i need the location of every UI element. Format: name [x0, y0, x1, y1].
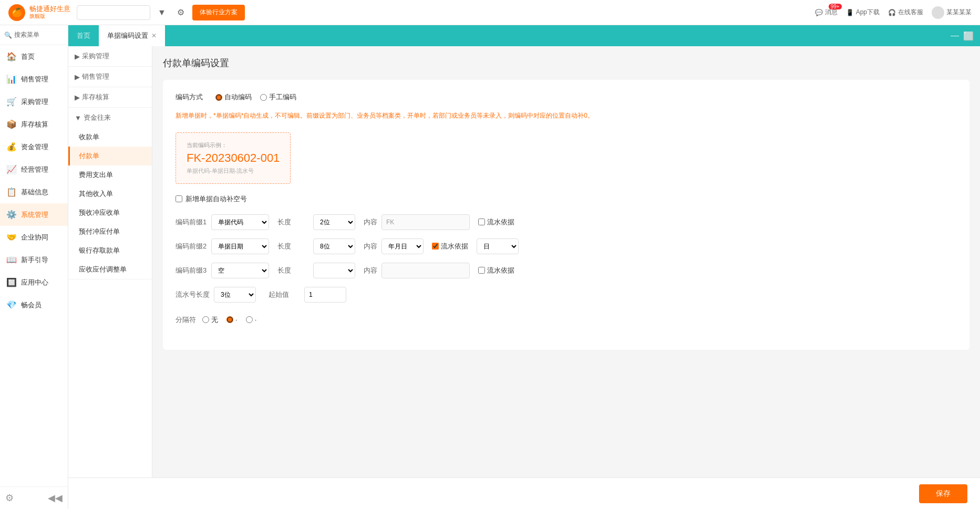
save-button[interactable]: 保存 [919, 484, 967, 503]
logo-area: 🍊 畅捷通好生意 旗舰版 [8, 4, 70, 21]
sidebar-search[interactable]: 🔍 搜索菜单 [0, 25, 68, 45]
logo-text: 畅捷通好生意 [29, 5, 70, 13]
logo-sub: 旗舰版 [29, 13, 70, 20]
content-area: 首页 单据编码设置 ✕ — ⬜ ▶ 采购管理 [68, 25, 980, 509]
sub-menu-purchase-header[interactable]: ▶ 采购管理 [68, 46, 152, 66]
sub-menu-item-prepay-pay[interactable]: 预付冲应付单 [68, 222, 152, 241]
auto-fill-checkbox-row[interactable]: 新增单据自动补空号 [176, 194, 957, 204]
sub-menu-sales-label: 销售管理 [82, 72, 109, 81]
tab-encoding-label: 单据编码设置 [107, 31, 148, 40]
search-icon: 🔍 [4, 32, 12, 39]
sidebar-item-basic[interactable]: 📋 基础信息 [0, 181, 68, 203]
main-layout: 🔍 搜索菜单 🏠 首页 📊 销售管理 🛒 采购管理 📦 库存核算 💰 [0, 25, 980, 509]
app-download-btn[interactable]: 📱 App下载 [846, 8, 880, 17]
sub-menu-item-other-income[interactable]: 其他收入单 [68, 184, 152, 203]
content1-input [381, 214, 470, 230]
waterfall2-period-select[interactable]: 日 [477, 238, 519, 254]
waterfall2-checkbox[interactable] [432, 243, 439, 250]
flow-num-row: 流水号长度 3位 起始值 [176, 287, 957, 303]
sub-menu-purchase-label: 采购管理 [82, 51, 109, 61]
length3-select[interactable] [313, 263, 355, 278]
sidebar-item-basic-label: 基础信息 [21, 188, 48, 197]
waterfall1-check: 流水依据 [478, 217, 514, 227]
sidebar-item-operation[interactable]: 📈 经营管理 [0, 158, 68, 181]
sidebar-item-finance[interactable]: 💰 资金管理 [0, 136, 68, 158]
bottom-bar: 保存 [68, 477, 980, 509]
dropdown-btn[interactable]: ▼ [154, 5, 169, 20]
sidebar-item-apps[interactable]: 🔲 应用中心 [0, 271, 68, 294]
message-btn[interactable]: 💬 消息 99+ [815, 8, 838, 17]
sub-menu-item-expense[interactable]: 费用支出单 [68, 165, 152, 184]
auto-fill-checkbox[interactable] [176, 195, 182, 202]
prefix2-label: 编码前缀2 [176, 242, 207, 251]
sep-dot-radio[interactable] [226, 316, 233, 323]
length2-select[interactable]: 8位 [313, 238, 355, 254]
auto-code-option[interactable]: 自动编码 [215, 92, 252, 102]
content2-select[interactable]: 年月日 [381, 238, 424, 254]
sidebar-item-member[interactable]: 💎 畅会员 [0, 294, 68, 316]
start-value-input[interactable] [304, 287, 346, 303]
sub-menu-item-prepay-receive[interactable]: 预收冲应收单 [68, 203, 152, 222]
waterfall1-label: 流水依据 [487, 217, 514, 227]
main-panel: 付款单编码设置 编码方式 自动编码 手工编码 [152, 46, 980, 477]
sidebar-item-guide[interactable]: 📖 新手引导 [0, 248, 68, 271]
sub-menu-item-receipt[interactable]: 收款单 [68, 128, 152, 147]
message-badge: 99+ [829, 4, 842, 9]
sidebar-item-sales[interactable]: 📊 销售管理 [0, 68, 68, 90]
sidebar-item-inventory[interactable]: 📦 库存核算 [0, 113, 68, 136]
member-icon: 💎 [6, 300, 17, 310]
trial-btn[interactable]: 体验行业方案 [192, 5, 245, 20]
breadcrumb-input[interactable] [77, 5, 150, 20]
sidebar-item-purchase[interactable]: 🛒 采购管理 [0, 90, 68, 113]
chevron-right-icon3: ▶ [75, 94, 80, 101]
auto-code-radio[interactable] [215, 94, 222, 101]
sep-dot-option[interactable]: · [226, 316, 238, 324]
settings-btn[interactable]: ⚙ [173, 5, 188, 20]
waterfall3-check: 流水依据 [478, 266, 514, 275]
start-value-label: 起始值 [269, 290, 300, 299]
sep-dash-option[interactable]: · [246, 316, 257, 324]
waterfall3-checkbox[interactable] [478, 267, 485, 274]
sub-menu-item-bank-deposit[interactable]: 银行存取款单 [68, 241, 152, 260]
guide-icon: 📖 [6, 255, 17, 265]
tab-maximize-btn[interactable]: ⬜ [963, 31, 974, 41]
manual-code-radio[interactable] [260, 94, 267, 101]
tab-home[interactable]: 首页 [68, 25, 99, 46]
sub-menu-inventory-header[interactable]: ▶ 库存核算 [68, 87, 152, 107]
tab-minimize-btn[interactable]: — [951, 31, 959, 40]
sidebar-item-enterprise[interactable]: 🤝 企业协同 [0, 226, 68, 248]
sub-menu-finance-header[interactable]: ▼ 资金往来 [68, 108, 152, 128]
sidebar-item-home[interactable]: 🏠 首页 [0, 45, 68, 68]
online-service-label: 在线客服 [898, 8, 923, 17]
prefix2-select[interactable]: 单据日期 [211, 238, 269, 254]
waterfall1-checkbox[interactable] [478, 219, 485, 225]
sidebar-item-sales-label: 销售管理 [21, 75, 48, 84]
code-preview-desc: 单据代码-单据日期-流水号 [187, 167, 280, 175]
sidebar-item-purchase-label: 采购管理 [21, 97, 48, 107]
sidebar-item-system[interactable]: ⚙️ 系统管理 [0, 203, 68, 226]
top-header: 🍊 畅捷通好生意 旗舰版 ▼ ⚙ 体验行业方案 💬 消息 99+ 📱 App下载… [0, 0, 980, 25]
online-service-btn[interactable]: 🎧 在线客服 [888, 8, 923, 17]
length2-field: 长度 8位 [277, 238, 355, 254]
sep-none-radio[interactable] [202, 316, 209, 323]
settings-footer-btn[interactable]: ⚙ [5, 492, 14, 504]
sub-menu-sales-header[interactable]: ▶ 销售管理 [68, 67, 152, 87]
chevron-down-icon: ▼ [75, 114, 81, 122]
user-area[interactable]: 某某某某 [932, 6, 972, 19]
content2-field: 内容 年月日 [364, 238, 424, 254]
header-left: 🍊 畅捷通好生意 旗舰版 ▼ ⚙ 体验行业方案 [8, 4, 245, 21]
waterfall3-label: 流水依据 [487, 266, 514, 275]
prefix3-select[interactable]: 空 [211, 263, 269, 278]
sep-dash-radio[interactable] [246, 316, 253, 323]
tab-encoding[interactable]: 单据编码设置 ✕ [99, 25, 165, 46]
collapse-btn[interactable]: ◀◀ [48, 492, 63, 504]
sub-menu-item-payment[interactable]: 付款单 [68, 147, 152, 165]
prefix1-select[interactable]: 单据代码 [211, 214, 269, 230]
encoding-method-label: 编码方式 [176, 92, 203, 102]
sub-menu-item-adjustment[interactable]: 应收应付调整单 [68, 260, 152, 279]
sep-none-option[interactable]: 无 [202, 315, 218, 325]
flow-length-select[interactable]: 3位 [214, 287, 256, 303]
manual-code-option[interactable]: 手工编码 [260, 92, 296, 102]
length1-select[interactable]: 2位 [313, 214, 355, 230]
tab-close-icon[interactable]: ✕ [151, 32, 157, 39]
